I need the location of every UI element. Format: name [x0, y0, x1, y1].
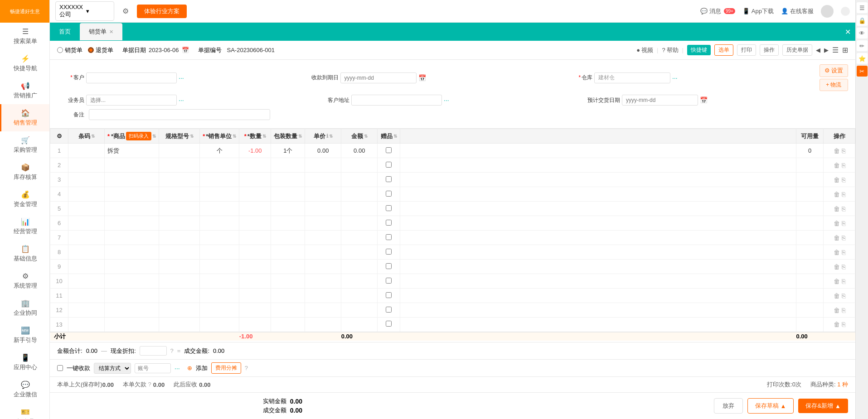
sidebar-item-operations[interactable]: 📊 经营管理 [0, 213, 49, 240]
cell-amount-9[interactable] [341, 260, 378, 274]
salesperson-input[interactable] [86, 95, 177, 106]
message-item[interactable]: 💬 消息 99+ [700, 7, 735, 15]
settings-button[interactable]: ⚙ 设置 [820, 64, 848, 77]
view-list-icon[interactable]: ☰ [832, 46, 839, 54]
cell-pack-6[interactable] [271, 216, 305, 231]
delete-icon-9[interactable]: 🗑 [834, 263, 840, 270]
topbar-settings-icon[interactable]: ⚙ [119, 5, 132, 18]
tabbar-close-icon[interactable]: ✕ [845, 28, 851, 36]
delete-icon-10[interactable]: 🗑 [834, 278, 840, 285]
cell-goods-7[interactable] [105, 231, 159, 245]
cell-gift-6[interactable] [378, 216, 400, 231]
history-order-button[interactable]: 历史单据 [782, 44, 812, 56]
cell-goods-10[interactable] [105, 274, 159, 289]
calendar-icon[interactable]: 📅 [182, 47, 189, 53]
radio-return-order[interactable]: 退货单 [88, 46, 113, 54]
cell-qty-2[interactable] [239, 158, 271, 173]
right-panel-btn-1[interactable]: ☰ [857, 2, 868, 13]
cell-pack-4[interactable] [271, 187, 305, 202]
cell-pack-11[interactable] [271, 289, 305, 303]
copy-icon-11[interactable]: ⎘ [842, 292, 845, 299]
delete-icon-13[interactable]: 🗑 [834, 321, 840, 328]
cell-pack-9[interactable] [271, 260, 305, 274]
cell-price-13[interactable] [305, 318, 341, 332]
cell-pack-8[interactable] [271, 245, 305, 260]
cell-goods-2[interactable] [105, 158, 159, 173]
cell-qty-6[interactable] [239, 216, 271, 231]
copy-icon-7[interactable]: ⎘ [842, 234, 845, 241]
cell-qty-4[interactable] [239, 187, 271, 202]
cell-barcode-4[interactable] [68, 187, 105, 202]
cell-amount-7[interactable] [341, 231, 378, 245]
cell-unit-6[interactable] [200, 216, 239, 231]
cell-gift-8[interactable] [378, 245, 400, 260]
cell-spec-10[interactable] [159, 274, 200, 289]
sidebar-item-marketing[interactable]: 📢 营销推广 [0, 77, 49, 104]
cell-qty-9[interactable] [239, 260, 271, 274]
cell-spec-12[interactable] [159, 303, 200, 318]
delete-icon-2[interactable]: 🗑 [834, 162, 840, 169]
copy-icon-1[interactable]: ⎘ [842, 147, 845, 154]
tab-sales-order[interactable]: 销货单 ✕ [80, 23, 122, 40]
cell-unit-2[interactable] [200, 158, 239, 173]
cell-spec-4[interactable] [159, 187, 200, 202]
cell-goods-11[interactable] [105, 289, 159, 303]
action-help[interactable]: ? 帮助 [662, 46, 678, 54]
cell-pack-12[interactable] [271, 303, 305, 318]
account-dots-btn[interactable]: ··· [175, 365, 180, 372]
cell-pack-10[interactable] [271, 274, 305, 289]
cell-amount-3[interactable] [341, 173, 378, 187]
select-order-button[interactable]: 选单 [714, 44, 733, 56]
expected-delivery-input[interactable] [622, 95, 698, 106]
cell-gift-1[interactable] [378, 144, 400, 158]
cell-price-12[interactable] [305, 303, 341, 318]
cell-price-11[interactable] [305, 289, 341, 303]
cell-pack-3[interactable] [271, 173, 305, 187]
right-panel-btn-6[interactable]: ✂ [857, 66, 868, 77]
cell-amount-2[interactable] [341, 158, 378, 173]
sidebar-item-search[interactable]: ☰ 搜索菜单 [0, 23, 49, 50]
cell-price-8[interactable] [305, 245, 341, 260]
cell-price-1[interactable]: 0.00 [305, 144, 341, 158]
nav-next-icon[interactable]: ▶ [824, 47, 829, 53]
cell-qty-7[interactable] [239, 231, 271, 245]
right-panel-btn-5[interactable]: ⭐ [857, 53, 868, 64]
online-service-item[interactable]: 👤 在线客服 [781, 7, 814, 15]
cell-unit-4[interactable] [200, 187, 239, 202]
cell-spec-2[interactable] [159, 158, 200, 173]
cell-qty-11[interactable] [239, 289, 271, 303]
unit-sort-icon[interactable]: ⇅ [233, 134, 236, 139]
copy-icon-5[interactable]: ⎘ [842, 205, 845, 212]
customer-address-dots-btn[interactable]: ··· [444, 96, 449, 104]
cell-amount-6[interactable] [341, 216, 378, 231]
cell-barcode-2[interactable] [68, 158, 105, 173]
cell-gift-2[interactable] [378, 158, 400, 173]
due-date-input[interactable] [340, 72, 417, 83]
cell-goods-13[interactable] [105, 318, 159, 332]
cell-qty-8[interactable] [239, 245, 271, 260]
delete-icon-3[interactable]: 🗑 [834, 176, 840, 183]
sidebar-item-quick-nav[interactable]: ⚡ 快捷导航 [0, 50, 49, 77]
cell-price-9[interactable] [305, 260, 341, 274]
cell-barcode-7[interactable] [68, 231, 105, 245]
cell-goods-8[interactable] [105, 245, 159, 260]
save-new-button[interactable]: 保存&新增 ▲ [798, 399, 848, 413]
cell-amount-11[interactable] [341, 289, 378, 303]
copy-icon-3[interactable]: ⎘ [842, 176, 845, 183]
expenses-button[interactable]: 费用分摊 [211, 362, 241, 374]
experience-button[interactable]: 体验行业方案 [137, 5, 187, 18]
price-info-icon[interactable]: ℹ [326, 133, 328, 139]
cell-spec-6[interactable] [159, 216, 200, 231]
cell-amount-12[interactable] [341, 303, 378, 318]
cell-qty-10[interactable] [239, 274, 271, 289]
delete-icon-6[interactable]: 🗑 [834, 220, 840, 227]
sidebar-item-member[interactable]: 🎫 畅会员 [0, 403, 49, 419]
cell-goods-4[interactable] [105, 187, 159, 202]
scan-input-button[interactable]: 扫码录入 [126, 132, 151, 140]
delete-icon-8[interactable]: 🗑 [834, 249, 840, 256]
due-date-calendar-icon[interactable]: 📅 [418, 74, 426, 82]
sidebar-item-capital[interactable]: 💰 资金管理 [0, 186, 49, 213]
cell-unit-1[interactable]: 个 [200, 144, 239, 158]
right-panel-btn-2[interactable]: 🔒 [857, 15, 868, 26]
copy-icon-12[interactable]: ⎘ [842, 307, 845, 314]
